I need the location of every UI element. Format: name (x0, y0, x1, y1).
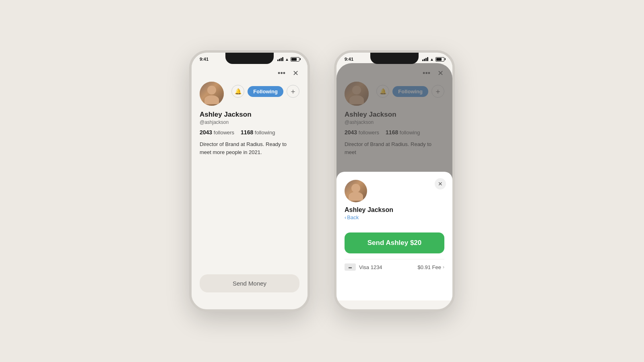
wifi-icon: ▲ (285, 57, 289, 62)
phone1-content: ••• ✕ 🔔 Following ＋ Ashley Jackson @ashj… (192, 63, 308, 300)
profile-top-actions-1: ••• ✕ (200, 69, 299, 78)
payment-info-row: ▬ Visa 1234 $0.91 Fee › (345, 259, 444, 275)
profile-name-1: Ashley Jackson (200, 111, 299, 119)
phone-notch-2 (370, 53, 419, 64)
phone2-content: ••• ✕ 🔔 Following ＋ Ashley Jackson @ashj… (336, 63, 452, 300)
phone-1: 9:41 ▲ ••• ✕ 🔔 (189, 50, 310, 312)
fee-info[interactable]: $0.91 Fee › (417, 264, 444, 270)
chevron-left-icon: ‹ (345, 214, 346, 220)
profile-handle-1: @ashjackson (200, 119, 299, 125)
following-button-1[interactable]: Following (248, 86, 283, 97)
time-2: 9:41 (345, 57, 353, 62)
fee-label: $0.91 Fee (417, 264, 441, 270)
send-payment-button[interactable]: Send Ashley $20 (345, 232, 444, 253)
status-icons-2: ▲ (422, 57, 444, 62)
avatar-1 (200, 82, 224, 106)
signal-icon (277, 57, 283, 61)
payment-modal: ✕ Ashley Jackson ‹ Back Send Ashley $20 … (336, 172, 452, 300)
signal-icon-2 (422, 57, 428, 61)
visa-info: ▬ Visa 1234 (345, 263, 382, 271)
battery-icon-2 (436, 57, 444, 62)
profile-screen-1: ••• ✕ 🔔 Following ＋ Ashley Jackson @ashj… (192, 63, 308, 300)
phone-notch-1 (225, 53, 274, 64)
profile-stats-1: 2043 followers 1168 following (200, 129, 299, 136)
visa-card-icon: ▬ (345, 263, 356, 271)
add-button-1[interactable]: ＋ (287, 85, 299, 98)
modal-avatar (345, 180, 367, 202)
close-button-1[interactable]: ✕ (292, 69, 299, 78)
time-1: 9:41 (200, 57, 208, 62)
modal-avatar-image (345, 180, 367, 202)
bell-button-1[interactable]: 🔔 (231, 85, 244, 98)
following-stat-1: 1168 following (241, 129, 275, 136)
modal-back-link[interactable]: ‹ Back (345, 214, 444, 220)
followers-stat-1: 2043 followers (200, 129, 234, 136)
phone-2: 9:41 ▲ ••• ✕ 🔔 (334, 50, 455, 312)
wifi-icon-2: ▲ (430, 57, 434, 62)
status-icons-1: ▲ (277, 57, 299, 62)
profile-bio-1: Director of Brand at Radius. Ready to me… (200, 140, 299, 156)
battery-icon (291, 57, 299, 62)
visa-label: Visa 1234 (359, 264, 382, 270)
modal-close-button[interactable]: ✕ (435, 178, 446, 189)
profile-action-buttons-1: 🔔 Following ＋ (231, 85, 299, 98)
send-money-button-1[interactable]: Send Money (200, 274, 299, 292)
modal-name: Ashley Jackson (345, 206, 444, 214)
profile-header-1: 🔔 Following ＋ (200, 82, 299, 106)
chevron-right-icon: › (443, 264, 444, 270)
avatar-image-1 (200, 82, 224, 106)
more-button-1[interactable]: ••• (277, 69, 286, 78)
